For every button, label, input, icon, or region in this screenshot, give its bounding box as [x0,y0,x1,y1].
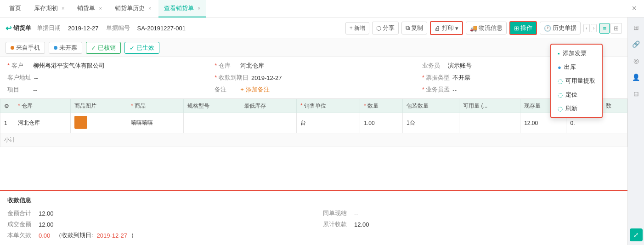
prev-button[interactable]: ‹ [583,24,590,32]
accumulated-row: 累计收款 12.00 [323,220,620,228]
available-qty-icon: ◌ [558,78,563,85]
th-qty: 数量 [360,99,403,113]
subtotal-row: 小计 [0,133,627,147]
same-order-value: -- [354,210,358,217]
tab-bar: 首页 库存期初 × 销货单 × 销货单历史 × 查看销货单 × × [0,0,644,17]
tab-check-sales-close[interactable]: × [198,6,200,11]
tab-sales-history[interactable]: 销货单历史 × [109,0,157,17]
th-pack-qty: 包装数量 [403,99,459,113]
outbound-icon: ● [558,64,561,71]
dropdown-refresh[interactable]: ◌ 刷新 [551,102,602,115]
form-area: 客户 柳州粤港平安气体有限公司 仓库 河北仓库 业务员 演示账号 客户地址 --… [0,57,627,99]
payment-info-title: 收款信息 [7,196,620,205]
notes-row: 备注 + 添加备注 [215,85,412,94]
locate-label: 定位 [565,91,577,99]
row-min-stock [240,113,297,133]
tab-home[interactable]: 首页 [4,0,27,17]
total-amount-value: 12.00 [39,210,54,217]
product-image [74,116,87,129]
window-close-button[interactable]: × [628,4,640,13]
transaction-value: 12.00 [39,221,54,228]
row-unit: 台 [297,113,360,133]
tab-sales-history-label: 销货单历史 [115,4,145,12]
sidebar-fullscreen-icon[interactable]: ⤢ [630,228,643,241]
truck-icon: 🚚 [470,25,477,32]
transaction-label: 成交金额 [7,220,35,228]
notes-add-button[interactable]: + 添加备注 [240,85,412,94]
already-effective-button[interactable]: ✓ 已生效 [124,42,159,54]
project-row: 项目 -- [7,85,205,94]
logistics-button[interactable]: 🚚 物流信息 [466,22,507,34]
project-value: -- [33,86,205,93]
current-owed-row: 本单欠款 0.00 （收款到期日: 2019-12-27 ） [7,231,305,239]
sidebar-person-icon[interactable]: 👤 [630,71,643,84]
available-qty-label: 可用量提取 [565,77,595,85]
sidebar-table-icon[interactable]: ⊞ [630,21,643,34]
sidebar-link-icon[interactable]: 🔗 [630,38,643,51]
tab-sales-order-close[interactable]: × [99,6,102,11]
check-icon: ✓ [91,45,96,51]
th-unit: 销售单位 [297,99,360,113]
doc-number-value: SA-20191227-001 [137,25,186,32]
project-label: 项目 [7,85,30,94]
history-button[interactable]: 🕐 历史单据 [540,22,581,34]
current-owed-label: 本单欠款 [7,231,35,239]
notes-label: 备注 [215,85,237,94]
refresh-label: 刷新 [565,104,577,113]
customer-addr-value: -- [34,74,205,81]
grid-ops-icon: ⊞ [514,25,519,32]
grid-view-button[interactable]: ⊞ [610,23,622,34]
customer-row: 客户 柳州粤港平安气体有限公司 [7,62,205,70]
tab-sales-order[interactable]: 销货单 × [72,0,107,17]
tab-home-label: 首页 [9,4,21,12]
from-phone-button[interactable]: 来自手机 [6,42,45,54]
current-owed-value: 0.00 [39,232,50,239]
already-checked-button[interactable]: ✓ 已核销 [86,42,121,54]
tab-sales-history-close[interactable]: × [148,6,151,11]
payment-due-date: 2019-12-27 [97,232,128,239]
add-invoice-label: 添加发票 [563,49,587,57]
tab-inventory-init-close[interactable]: × [62,6,64,11]
nav-arrows: ‹ › [583,24,597,32]
row-warehouse: 河北仓库 [14,113,71,133]
dropdown-add-invoice[interactable]: ▪ 添加发票 [551,46,602,60]
th-amount: 数 [602,99,627,113]
print-dropdown-icon: ▾ [455,25,458,32]
dropdown-outbound[interactable]: ● 出库 [551,60,602,74]
row-amount [602,113,627,133]
sidebar-circle-icon[interactable]: ◎ [630,54,643,67]
operations-button[interactable]: ⊞ 操作 [509,21,537,35]
warehouse-value: 河北仓库 [240,62,412,70]
share-button[interactable]: ⬡ 分享 [372,22,399,34]
tab-inventory-init[interactable]: 库存期初 × [28,0,70,17]
row-index: 1 [0,113,14,133]
th-spec: 规格型号 [184,99,240,113]
th-warehouse: 仓库 [14,99,71,113]
salesperson2-label: 业务员孟 [422,85,450,94]
dropdown-available-qty[interactable]: ◌ 可用量提取 [551,74,602,88]
row-product: 嘻嘻嘻嘻 [127,113,184,133]
new-button[interactable]: + 新增 [345,22,369,34]
copy-button[interactable]: ⧉ 复制 [401,22,427,34]
dropdown-locate[interactable]: ◌ 定位 [551,88,602,102]
payment-info-grid: 金额合计 12.00 同单现结 -- 成交金额 12.00 累计收款 12.00 [7,209,620,239]
main-area: ↩ 销货单 单据日期 2019-12-27 单据编号 SA-20191227-0… [0,17,644,245]
next-button[interactable]: › [591,24,597,32]
ticket-dot [54,46,57,50]
tab-check-sales[interactable]: 查看销货单 × [158,0,206,17]
list-view-button[interactable]: ≡ [599,23,610,34]
share-icon: ⬡ [376,25,381,32]
outbound-label: 出库 [564,63,576,71]
tab-inventory-init-label: 库存期初 [34,4,58,12]
same-order-row: 同单现结 -- [323,209,620,217]
accumulated-value: 12.00 [354,221,369,228]
sidebar-grid-icon[interactable]: ⊟ [630,87,643,100]
tab-check-sales-label: 查看销货单 [164,4,194,12]
th-settings[interactable]: ⚙ [0,99,14,113]
row-image [71,113,127,133]
total-amount-label: 金额合计 [7,209,35,217]
print-button[interactable]: 🖨 打印 ▾ [430,21,463,35]
refresh-icon: ◌ [558,105,563,112]
doc-meta: 单据日期 2019-12-27 单据编号 SA-20191227-001 [37,24,186,32]
not-open-ticket-button[interactable]: 未开票 [49,42,82,54]
